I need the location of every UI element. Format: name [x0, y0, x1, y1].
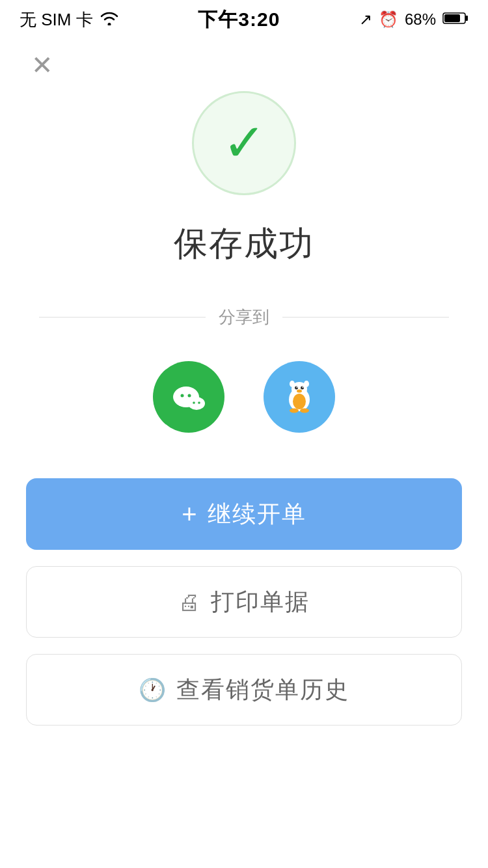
- svg-point-6: [187, 394, 191, 397]
- svg-point-16: [293, 394, 306, 409]
- svg-point-4: [188, 397, 205, 410]
- close-button[interactable]: ✕: [26, 49, 59, 81]
- qq-icon: [280, 377, 319, 416]
- view-history-text: 查看销货单历史: [176, 674, 349, 706]
- svg-rect-2: [444, 14, 460, 22]
- divider-line-right: [282, 317, 449, 318]
- svg-point-12: [301, 387, 304, 390]
- wechat-icon: [168, 376, 210, 418]
- no-sim-text: 无 SIM 卡: [20, 8, 93, 31]
- close-icon: ✕: [31, 52, 53, 78]
- svg-point-15: [297, 390, 302, 393]
- svg-point-17: [290, 381, 295, 387]
- status-left: 无 SIM 卡: [20, 8, 119, 31]
- checkmark-icon: ✓: [223, 117, 266, 169]
- qq-share-button[interactable]: [264, 361, 335, 433]
- share-divider-text: 分享到: [206, 306, 282, 329]
- location-icon: ↗: [359, 10, 372, 29]
- battery-percent: 68%: [405, 10, 436, 29]
- svg-point-5: [180, 394, 183, 397]
- svg-rect-1: [465, 16, 468, 21]
- divider-line-left: [39, 317, 206, 318]
- svg-point-20: [300, 409, 309, 413]
- svg-point-13: [297, 387, 298, 388]
- svg-point-19: [290, 409, 299, 413]
- plus-icon: +: [182, 501, 197, 527]
- action-buttons: + 继续开单 🖨 打印单据 🕐 查看销货单历史: [0, 478, 488, 726]
- status-right: ↗ ⏰ 68%: [359, 10, 468, 29]
- svg-point-18: [304, 381, 309, 387]
- status-time: 下午3:20: [198, 7, 280, 33]
- svg-point-7: [193, 401, 195, 404]
- continue-order-text: 继续开单: [208, 498, 306, 530]
- success-circle: ✓: [192, 91, 296, 195]
- alarm-icon: ⏰: [379, 10, 398, 29]
- share-icons-container: [153, 361, 335, 433]
- view-history-button[interactable]: 🕐 查看销货单历史: [26, 654, 462, 726]
- print-receipt-text: 打印单据: [211, 586, 310, 618]
- svg-point-14: [303, 387, 304, 388]
- share-divider: 分享到: [0, 306, 488, 329]
- wifi-icon: [100, 10, 119, 30]
- main-content: ✓ 保存成功 分享到: [0, 39, 488, 726]
- history-icon: 🕐: [139, 679, 166, 701]
- battery-icon: [442, 10, 468, 29]
- success-title: 保存成功: [174, 221, 314, 267]
- printer-icon: 🖨: [178, 591, 200, 613]
- continue-order-button[interactable]: + 继续开单: [26, 478, 462, 550]
- print-receipt-button[interactable]: 🖨 打印单据: [26, 566, 462, 638]
- status-bar: 无 SIM 卡 下午3:20 ↗ ⏰ 68%: [0, 0, 488, 39]
- svg-point-8: [198, 401, 200, 404]
- svg-point-11: [295, 387, 298, 390]
- wechat-share-button[interactable]: [153, 361, 224, 433]
